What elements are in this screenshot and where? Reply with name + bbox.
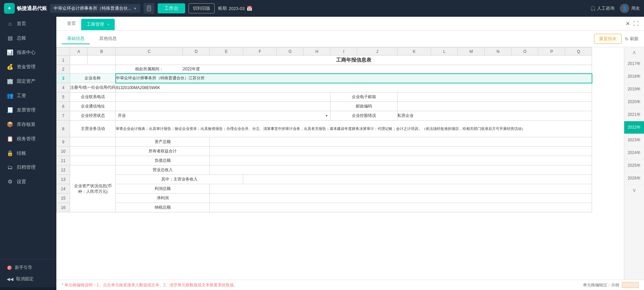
col-header-p[interactable]: P [538, 48, 565, 56]
cell-12-group-label: 企业资产状况信息(币种：人民币万元) [70, 165, 116, 212]
cell-12-value[interactable] [210, 165, 592, 175]
restore-button[interactable]: ⛶ [633, 20, 639, 27]
guide-icon: 🎯 [7, 265, 12, 270]
unpin-button[interactable]: ◀◀ 取消固定 [0, 273, 56, 285]
sub-tab-other[interactable]: 其他信息 [94, 33, 122, 44]
toolbar-right: 重置报表 ↻ 刷新 [594, 34, 639, 44]
table-row: 12 企业资产状况信息(币种：人民币万元) 营业总收入 [57, 165, 592, 175]
reset-button[interactable]: 重置报表 [594, 34, 622, 44]
col-header-m[interactable]: M [458, 48, 485, 56]
cell-4-value[interactable]: 91320100MA208E5W6K [116, 83, 592, 92]
service-button[interactable]: 🎧 人工咨询 [590, 5, 614, 11]
col-header-j[interactable]: J [357, 48, 397, 56]
year-2023[interactable]: 2023年 [624, 134, 644, 147]
sidebar-item-home[interactable]: ⌂ 首页 [0, 17, 56, 31]
finance-icon: 💰 [7, 64, 13, 70]
cell-9-value[interactable] [210, 137, 592, 147]
year-2022[interactable]: 2022年 [624, 121, 644, 134]
sidebar-item-inventory[interactable]: 📦 库存核算 [0, 117, 56, 132]
col-header-o[interactable]: O [512, 48, 538, 56]
salary-icon: 👥 [7, 92, 13, 99]
cell-15-value[interactable] [210, 194, 592, 203]
table-row: 1 工商年报信息表 [57, 56, 592, 65]
col-header-d[interactable]: D [183, 48, 210, 56]
period-value: 2023-03 [229, 6, 245, 11]
year-2018[interactable]: 2018年 [624, 70, 644, 83]
col-header-q[interactable]: Q [565, 48, 592, 56]
sidebar-item-invoice[interactable]: 🧾 发票管理 [0, 103, 56, 117]
year-2025[interactable]: 2025年 [624, 159, 644, 172]
sub-tab-basic[interactable]: 基础信息 [62, 33, 90, 44]
user-label: 用友 [631, 5, 640, 11]
company-selector[interactable]: 中审众环会计师事务所（特殊普通合伙... ▼ [50, 4, 140, 13]
cell-14-value[interactable] [210, 184, 592, 194]
row-num-5: 5 [57, 92, 70, 102]
cell-12-sub-label: 营业总收入 [116, 165, 210, 175]
spreadsheet-area: A B C D E F G H I J [56, 47, 644, 280]
corner-cell [57, 48, 70, 56]
col-header-g[interactable]: G [277, 48, 304, 56]
cell-7-control-value[interactable]: 私营企业 [397, 111, 592, 121]
cell-8-value[interactable]: 审查企业会计报表；出具审计报告；验证企业资本；出具验资报告；办理企业合并、分立、… [116, 121, 592, 137]
workbench-button[interactable]: 工作台 [158, 3, 185, 13]
logo: ✦ 畅捷通易代账 [4, 3, 47, 14]
col-header-f[interactable]: F [243, 48, 277, 56]
cell-2-period-label: 税款所属期间： [116, 65, 183, 74]
unpin-icon: ◀◀ [7, 277, 13, 282]
spreadsheet-container[interactable]: A B C D E F G H I J [56, 47, 624, 280]
col-header-c[interactable]: C [116, 48, 183, 56]
year-2019[interactable]: 2019年 [624, 83, 644, 96]
col-header-n[interactable]: N [485, 48, 512, 56]
sidebar-item-reports[interactable]: 📊 报表中心 [0, 45, 56, 60]
col-header-i[interactable]: I [330, 48, 357, 56]
col-header-e[interactable]: E [210, 48, 243, 56]
user-info[interactable]: 👤 用友 [620, 4, 640, 13]
cell-2-period-value[interactable]: 2022年度 [183, 65, 592, 74]
cell-7-status[interactable]: 开业 ▼ [116, 111, 330, 121]
cell-3-value[interactable]: 中审众环会计师事务所（特殊普通合伙）江苏分所 [116, 74, 592, 83]
col-header-h[interactable]: H [304, 48, 330, 56]
tab-active[interactable]: 工商管理 × [81, 19, 115, 30]
col-header-k[interactable]: K [397, 48, 431, 56]
sidebar-item-settings[interactable]: ⚙ 设置 [0, 174, 56, 189]
old-version-button[interactable]: 切到旧版 [189, 3, 215, 13]
tab-home[interactable]: 首页 [62, 17, 81, 30]
sidebar-item-tax[interactable]: 📋 税务管理 [0, 132, 56, 146]
sidebar-item-assets[interactable]: 🏢 固定资产 [0, 74, 56, 88]
tab-bar: 首页 工商管理 × ✕ ⛶ [56, 17, 644, 31]
refresh-button[interactable]: ↻ 刷新 [625, 36, 639, 42]
panel-toolbar: 基础信息 其他信息 重置报表 ↻ 刷新 [56, 31, 644, 47]
year-nav-down[interactable]: ∨ [624, 185, 644, 195]
cell-6-address[interactable] [116, 102, 330, 111]
sidebar-item-finance[interactable]: 💰 资金管理 [0, 60, 56, 74]
cell-5-phone[interactable] [116, 92, 330, 102]
year-2017[interactable]: 2017年 [624, 58, 644, 70]
sidebar-item-salary[interactable]: 👥 工资 [0, 88, 56, 103]
year-2020[interactable]: 2020年 [624, 96, 644, 108]
cell-10-value[interactable] [210, 147, 592, 156]
doc-icon[interactable] [144, 3, 154, 14]
calendar-icon[interactable]: 📅 [247, 6, 252, 11]
row-num-8: 8 [57, 121, 70, 137]
sidebar-item-close[interactable]: 🔒 结账 [0, 146, 56, 160]
col-header-a[interactable]: A [70, 48, 88, 56]
sidebar-item-ledger[interactable]: ▤ 总账 [0, 31, 56, 45]
sidebar-item-archive[interactable]: 🗂 归档管理 [0, 160, 56, 174]
tab-close-icon[interactable]: × [107, 22, 109, 26]
archive-icon: 🗂 [7, 164, 13, 170]
col-header-l[interactable]: L [431, 48, 458, 56]
table-row: 10 所有者权益合计 [57, 147, 592, 156]
cell-16-value[interactable] [210, 203, 592, 212]
year-2024[interactable]: 2024年 [624, 147, 644, 159]
col-header-b[interactable]: B [88, 48, 116, 56]
cell-13-value[interactable] [243, 175, 592, 184]
cell-11-value[interactable] [210, 156, 592, 165]
cell-6-postal[interactable] [397, 102, 592, 111]
year-sidebar: ∧ 2017年 2018年 2019年 2020年 2021年 2022年 20… [624, 47, 644, 280]
cell-5-email[interactable] [397, 92, 592, 102]
close-tab-button[interactable]: ✕ [626, 20, 630, 27]
year-nav-up[interactable]: ∧ [624, 47, 644, 58]
new-guide-button[interactable]: 🎯 新手引导 [0, 262, 56, 273]
year-2026[interactable]: 2026年 [624, 172, 644, 185]
year-2021[interactable]: 2021年 [624, 108, 644, 121]
